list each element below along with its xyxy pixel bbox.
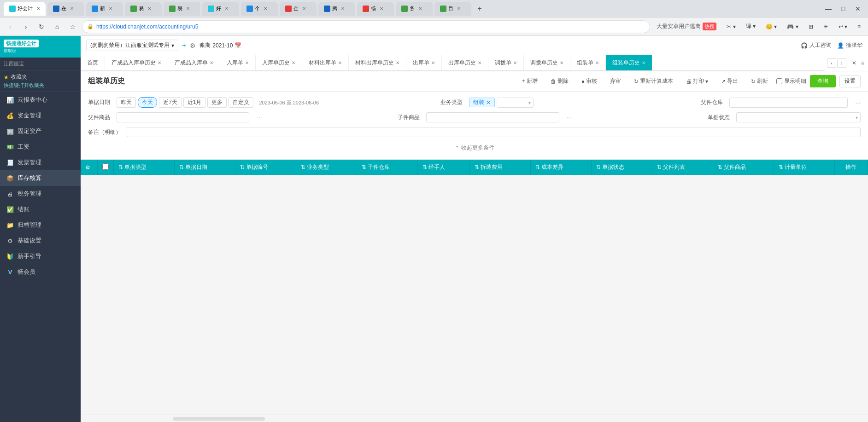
7days-btn[interactable]: 近7天 <box>159 97 182 108</box>
tab-close-icon[interactable]: ✕ <box>478 60 481 65</box>
th-disassemble-fee[interactable]: ⇅ 拆装费用 <box>469 160 530 175</box>
sun-button[interactable]: ☀ <box>820 23 832 31</box>
recalc-button[interactable]: ↻ 重新计算成本 <box>629 75 678 87</box>
tab-home[interactable]: 首页 <box>81 55 105 70</box>
tab-close-icon[interactable]: ✕ <box>264 6 267 11</box>
tab-material-out-history[interactable]: 材料出库单历史 ✕ <box>349 55 406 70</box>
parent-goods-more-icon[interactable]: ··· <box>257 114 262 121</box>
sidebar-item-inventory[interactable]: 📦 库存核算 <box>0 170 81 186</box>
audit-button[interactable]: ● 审核 <box>577 75 602 87</box>
company-settings-button[interactable]: ⚙ <box>190 42 196 49</box>
tab-dispatch[interactable]: 调拨单 ✕ <box>488 55 524 70</box>
user-info[interactable]: 👤 徐泽华 <box>837 41 862 49</box>
browser-tab-2[interactable]: 新 ✕ <box>86 2 123 16</box>
select-all-checkbox[interactable] <box>102 163 109 170</box>
tab-close-current-button[interactable]: ✕ <box>850 59 858 67</box>
tab-close-icon[interactable]: ✕ <box>341 6 345 11</box>
consultant-button[interactable]: 🎧 人工咨询 <box>801 41 832 49</box>
new-button[interactable]: + 新增 <box>517 75 542 87</box>
th-parent-list[interactable]: ⇅ 父件列表 <box>652 160 713 175</box>
settings-button[interactable]: 设置 <box>839 75 861 87</box>
export-button[interactable]: ↗ 导出 <box>716 75 743 87</box>
child-goods-input[interactable] <box>426 112 559 122</box>
parent-goods-input[interactable] <box>117 112 249 122</box>
tab-in-history[interactable]: 入库单历史 ✕ <box>256 55 302 70</box>
tab-close-icon[interactable]: ✕ <box>642 60 645 65</box>
remark-input[interactable] <box>127 127 861 137</box>
sidebar-item-salary[interactable]: 💵 工资 <box>0 139 81 155</box>
abandon-button[interactable]: 弃审 <box>605 75 626 87</box>
1month-btn[interactable]: 近1月 <box>183 97 206 108</box>
th-cost-diff[interactable]: ⇅ 成本差异 <box>530 160 591 175</box>
th-checkbox[interactable] <box>97 160 113 175</box>
display-toggle-checkbox[interactable] <box>776 78 782 84</box>
sidebar-item-asset[interactable]: 🏢 固定资产 <box>0 123 81 139</box>
sidebar-item-settle[interactable]: ✅ 结账 <box>0 202 81 217</box>
translate-button[interactable]: 译 ▾ <box>742 22 759 31</box>
more-btn[interactable]: 更多 <box>207 97 227 108</box>
browser-tab-7[interactable]: 企 ✕ <box>280 2 317 16</box>
add-company-button[interactable]: + <box>182 41 186 50</box>
tab-close-icon[interactable]: ✕ <box>225 6 229 11</box>
sidebar-item-invoice[interactable]: 🧾 发票管理 <box>0 155 81 170</box>
sidebar-item-vip[interactable]: V 畅会员 <box>0 264 81 280</box>
tab-out-order[interactable]: 出库单 ✕ <box>406 55 442 70</box>
sidebar-item-tax[interactable]: 🖨 税务管理 <box>0 186 81 202</box>
sidebar-item-settings[interactable]: ⚙ 基础设置 <box>0 233 81 249</box>
maximize-button[interactable]: □ <box>837 2 850 15</box>
th-doc-status[interactable]: ⇅ 单据状态 <box>591 160 652 175</box>
favorites-section[interactable]: ★ 收藏夹 快捷键打开收藏夹 <box>0 70 81 92</box>
menu-button[interactable]: ≡ <box>854 23 864 31</box>
calendar-icon[interactable]: 📅 <box>235 42 241 49</box>
tab-close-icon[interactable]: ✕ <box>457 6 461 11</box>
parent-warehouse-more-icon[interactable]: ··· <box>855 99 861 106</box>
tab-close-icon[interactable]: ✕ <box>292 60 295 65</box>
tab-close-icon[interactable]: ✕ <box>158 60 161 65</box>
th-doc-no[interactable]: ⇅ 单据编号 <box>235 160 296 175</box>
th-parent-goods[interactable]: ⇅ 父件商品 <box>713 160 774 175</box>
horizontal-scrollbar[interactable] <box>173 417 265 421</box>
nav-right-button[interactable]: › <box>837 58 846 68</box>
browser-tab-9[interactable]: 腾 ✕ <box>318 2 355 16</box>
custom-btn[interactable]: 自定义 <box>229 97 253 108</box>
tab-close-icon[interactable]: ✕ <box>210 60 213 65</box>
th-child-warehouse[interactable]: ⇅ 子件仓库 <box>357 160 417 175</box>
browser-tab-1[interactable]: 在 ✕ <box>47 2 84 16</box>
tab-close-icon[interactable]: ✕ <box>338 60 342 65</box>
browser-tab-active[interactable]: 好会计 ✕ <box>4 2 46 16</box>
tab-close-icon[interactable]: ✕ <box>380 6 383 11</box>
th-gear[interactable]: ⚙ <box>81 160 97 175</box>
nav-left-button[interactable]: ‹ <box>827 58 836 68</box>
grid-button[interactable]: ⊞ <box>805 23 817 31</box>
tab-produce-in-history[interactable]: 产成品入库单历史 ✕ <box>105 55 168 70</box>
bookmark-button[interactable]: ☆ <box>66 20 79 33</box>
yesterday-btn[interactable]: 昨天 <box>117 97 136 108</box>
back-button[interactable]: ‹ <box>4 20 17 33</box>
browser-tab-3[interactable]: 易 ✕ <box>125 2 162 16</box>
child-goods-more-icon[interactable]: ··· <box>567 114 572 121</box>
tab-close-icon[interactable]: ✕ <box>186 6 190 11</box>
browser-tab-10[interactable]: 畅 ✕ <box>357 2 394 16</box>
new-tab-button[interactable]: + <box>473 2 486 15</box>
tab-group-history[interactable]: 组装单历史 ✕ <box>606 55 652 70</box>
th-biz-type[interactable]: ⇅ 业务类型 <box>296 160 357 175</box>
tab-dispatch-history[interactable]: 调拨单历史 ✕ <box>524 55 570 70</box>
th-doc-type[interactable]: ⇅ 单据类型 <box>113 160 174 175</box>
refresh-button[interactable]: ↻ <box>35 20 48 33</box>
tab-close-icon[interactable]: ✕ <box>147 6 151 11</box>
tab-material-out[interactable]: 材料出库单 ✕ <box>302 55 349 70</box>
close-button[interactable]: ✕ <box>851 2 864 15</box>
game-button[interactable]: 🎮 ▾ <box>783 23 802 31</box>
tab-out-history[interactable]: 出库单历史 ✕ <box>442 55 488 70</box>
tab-close-icon[interactable]: ✕ <box>245 60 249 65</box>
tab-close-icon[interactable]: ✕ <box>560 60 563 65</box>
tag-close-icon[interactable]: ✕ <box>486 99 491 106</box>
tab-close-icon[interactable]: ✕ <box>513 60 517 65</box>
delete-button[interactable]: 🗑 删除 <box>546 75 573 87</box>
today-btn[interactable]: 今天 <box>138 97 157 108</box>
tab-close-icon[interactable]: ✕ <box>70 6 74 11</box>
tab-close-icon[interactable]: ✕ <box>302 6 306 11</box>
home-button[interactable]: ⌂ <box>51 20 64 33</box>
tab-menu-button[interactable]: ≡ <box>859 59 866 67</box>
sidebar-item-report[interactable]: 📊 云报表中心 <box>0 92 81 108</box>
